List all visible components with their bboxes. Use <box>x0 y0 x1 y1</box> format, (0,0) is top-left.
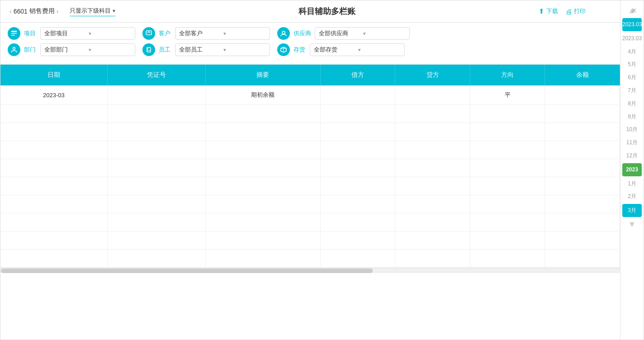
right-sidebar: ▲ 2023.03 2023.03 4月 5月 6月 7月 8月 9月 10月 … <box>620 0 644 340</box>
col-balance: 余额 <box>545 65 620 85</box>
sidebar-item-3-active[interactable]: 3月 <box>622 204 642 217</box>
prev-account-btn[interactable]: ‹ <box>8 7 14 16</box>
main-window: ▲ 2023.03 2023.03 4月 5月 6月 7月 8月 9月 10月 … <box>0 0 644 340</box>
sidebar-item-5[interactable]: 5月 <box>620 58 644 71</box>
table-row-empty-1 <box>0 105 620 123</box>
sidebar-item-11[interactable]: 11月 <box>620 136 644 149</box>
cell-credit <box>395 85 470 105</box>
cell-summary: 期初余额 <box>205 85 320 105</box>
table-header-row: 日期 凭证号 摘要 借方 贷方 方向 余额 <box>0 65 620 85</box>
svg-rect-7 <box>147 48 148 49</box>
account-name-text: 销售费用 <box>29 7 55 15</box>
sidebar-item-year-2023[interactable]: 2023 <box>622 163 642 176</box>
table-row-empty-2 <box>0 123 620 141</box>
sidebar-item-4[interactable]: 4月 <box>620 45 644 58</box>
table-container[interactable]: 日期 凭证号 摘要 借方 贷方 方向 余额 2023-03 <box>0 65 620 268</box>
print-icon: 🖨 <box>565 8 572 15</box>
inventory-arrow-icon: ▾ <box>358 47 401 53</box>
filter-row-1: 项目 全部项目 ▾ 客户 全部客户 ▾ <box>8 27 613 40</box>
filter-row-2: 部门 全部部门 ▾ 员工 全部员工 ▾ <box>8 43 613 56</box>
table-row-empty-9 <box>0 250 620 268</box>
sidebar-item-12[interactable]: 12月 <box>620 149 644 162</box>
cell-direction: 平 <box>470 85 545 105</box>
download-label: 下载 <box>546 7 558 15</box>
page-title: 科目辅助多栏账 <box>115 6 539 17</box>
inventory-icon <box>277 43 290 56</box>
table-row-empty-4 <box>0 159 620 177</box>
horizontal-scrollbar[interactable] <box>0 268 620 273</box>
employee-value: 全部员工 <box>179 46 222 54</box>
sidebar-item-6[interactable]: 6月 <box>620 71 644 84</box>
cell-date: 2023-03 <box>0 85 107 105</box>
supplier-value: 全部供应商 <box>319 29 361 38</box>
supplier-label: 供应商 <box>294 29 311 38</box>
employee-select[interactable]: 全部员工 ▾ <box>175 43 270 56</box>
sidebar-item-1[interactable]: 1月 <box>620 177 644 190</box>
next-account-btn[interactable]: › <box>55 7 61 16</box>
svg-rect-2 <box>11 35 15 36</box>
inventory-value: 全部存货 <box>314 46 356 54</box>
project-icon <box>8 27 20 40</box>
scroll-thumb[interactable] <box>1 269 373 273</box>
customer-value: 全部客户 <box>179 29 222 38</box>
department-icon <box>8 43 20 56</box>
table-row: 2023-03 期初余额 平 <box>0 85 620 105</box>
show-sub-toggle[interactable]: 只显示下级科目 ▾ <box>70 7 115 16</box>
department-value: 全部部门 <box>44 46 87 54</box>
filter-project: 项目 全部项目 ▾ <box>8 27 135 40</box>
inventory-select[interactable]: 全部存货 ▾ <box>310 43 405 56</box>
table-row-empty-3 <box>0 141 620 159</box>
employee-arrow-icon: ▾ <box>223 47 266 53</box>
table-wrapper: 日期 凭证号 摘要 借方 贷方 方向 余额 2023-03 <box>0 65 620 273</box>
filter-customer: 客户 全部客户 ▾ <box>142 27 270 40</box>
filter-department: 部门 全部部门 ▾ <box>8 43 135 56</box>
account-code-text: 6601 <box>14 8 28 15</box>
employee-icon <box>142 43 155 56</box>
sidebar-item-9[interactable]: 9月 <box>620 110 644 123</box>
cell-balance <box>545 85 620 105</box>
svg-rect-0 <box>11 31 17 32</box>
col-direction: 方向 <box>470 65 545 85</box>
col-summary: 摘要 <box>205 65 320 85</box>
svg-point-5 <box>13 47 15 50</box>
department-arrow-icon: ▾ <box>89 47 131 53</box>
sidebar-item-2[interactable]: 2月 <box>620 190 644 203</box>
account-info: 6601 销售费用 <box>14 7 55 15</box>
print-label: 打印 <box>574 7 586 15</box>
inventory-label: 存货 <box>294 46 306 54</box>
download-btn[interactable]: ⬆ 下载 <box>539 7 558 15</box>
project-value: 全部项目 <box>44 29 87 38</box>
ledger-table: 日期 凭证号 摘要 借方 贷方 方向 余额 2023-03 <box>0 65 620 268</box>
project-select[interactable]: 全部项目 ▾ <box>40 27 135 40</box>
print-btn[interactable]: 🖨 打印 <box>565 7 586 15</box>
svg-rect-6 <box>147 47 151 52</box>
svg-rect-8 <box>147 50 150 51</box>
header-actions: ⬆ 下载 🖨 打印 <box>539 7 586 15</box>
department-select[interactable]: 全部部门 ▾ <box>40 43 135 56</box>
sidebar-item-8[interactable]: 8月 <box>620 97 644 110</box>
download-icon: ⬆ <box>539 7 545 15</box>
sidebar-item-2023-03[interactable]: 2023.03 <box>620 32 644 45</box>
svg-rect-1 <box>11 33 17 34</box>
department-label: 部门 <box>24 46 37 54</box>
sidebar-item-7[interactable]: 7月 <box>620 84 644 97</box>
table-row-empty-7 <box>0 213 620 231</box>
col-debit: 借方 <box>320 65 395 85</box>
col-voucher: 凭证号 <box>107 65 205 85</box>
supplier-select[interactable]: 全部供应商 ▾ <box>315 27 410 40</box>
customer-arrow-icon: ▾ <box>223 31 266 37</box>
header: ‹ 6601 销售费用 › 只显示下级科目 ▾ 科目辅助多栏账 ⬆ 下载 🖨 <box>0 0 620 23</box>
table-row-empty-8 <box>0 231 620 250</box>
customer-icon <box>142 27 155 40</box>
sidebar-down-btn[interactable]: ▼ <box>626 218 638 231</box>
sidebar-item-2023-03-top[interactable]: 2023.03 <box>622 18 642 31</box>
supplier-icon <box>277 27 290 40</box>
sidebar-item-10[interactable]: 10月 <box>620 123 644 136</box>
customer-select[interactable]: 全部客户 ▾ <box>175 27 270 40</box>
filter-supplier: 供应商 全部供应商 ▾ <box>277 27 410 40</box>
show-sub-label: 只显示下级科目 <box>70 7 111 15</box>
close-btn[interactable]: × <box>631 6 636 15</box>
table-row-empty-6 <box>0 195 620 213</box>
project-label: 项目 <box>24 29 37 38</box>
filter-employee: 员工 全部员工 ▾ <box>142 43 270 56</box>
